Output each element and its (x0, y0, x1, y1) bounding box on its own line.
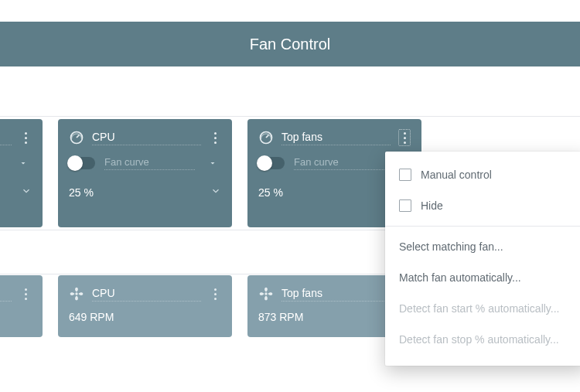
manual-toggle[interactable] (258, 157, 285, 169)
menu-item-match-auto[interactable]: Match fan automatically... (385, 262, 580, 293)
menu-item-detect-start: Detect fan start % automatically... (385, 293, 580, 324)
sensor-card-title[interactable]: CPU (92, 287, 201, 302)
control-card: orce (0, 119, 43, 227)
more-menu-button[interactable] (19, 129, 32, 146)
sensor-card-title[interactable]: e RT: (0, 287, 12, 302)
fan-icon (69, 286, 84, 302)
menu-item-label: Match fan automatically... (399, 271, 521, 284)
checkbox-icon[interactable] (399, 199, 411, 212)
control-card-title[interactable]: orce (0, 131, 12, 145)
more-menu-button[interactable] (209, 129, 221, 146)
menu-item-detect-stop: Detect fan stop % automatically... (385, 324, 580, 355)
svg-point-4 (75, 292, 77, 295)
more-menu-button[interactable] (398, 129, 411, 146)
dropdown-caret-icon[interactable] (15, 155, 32, 172)
sensor-card: CPU 649 RPM (58, 275, 232, 337)
menu-divider (385, 226, 580, 227)
app-header: Fan Control (0, 22, 580, 66)
menu-item-hide[interactable]: Hide (385, 190, 580, 221)
menu-item-select-fan[interactable]: Select matching fan... (385, 231, 580, 262)
context-menu: Manual control Hide Select matching fan.… (385, 152, 580, 366)
manual-toggle[interactable] (69, 157, 95, 169)
menu-item-label: Detect fan stop % automatically... (399, 333, 559, 346)
sensor-rpm: 649 RPM (69, 311, 221, 323)
chevron-down-icon[interactable] (21, 186, 32, 199)
sensor-card-title[interactable]: Top fans (281, 287, 391, 302)
chevron-down-icon[interactable] (210, 186, 221, 199)
menu-item-manual-control[interactable]: Manual control (385, 159, 580, 190)
more-menu-button[interactable] (19, 285, 32, 302)
fan-percent: 25 % (69, 186, 94, 199)
fan-percent: 25 % (258, 186, 283, 199)
control-card-title[interactable]: Top fans (281, 131, 391, 145)
gauge-icon (69, 130, 84, 145)
more-menu-button[interactable] (209, 285, 221, 302)
checkbox-icon[interactable] (399, 169, 411, 181)
menu-item-label: Select matching fan... (399, 240, 503, 253)
menu-item-label: Hide (421, 199, 443, 212)
dropdown-caret-icon[interactable] (204, 155, 221, 172)
fan-curve-dropdown[interactable]: Fan curve (294, 156, 384, 170)
fan-curve-dropdown[interactable]: Fan curve (104, 156, 195, 170)
control-card-title[interactable]: CPU (92, 131, 201, 145)
sensor-card: e RT: (0, 275, 43, 337)
fan-icon (258, 286, 274, 302)
menu-item-label: Manual control (421, 169, 492, 181)
gauge-icon (258, 130, 274, 145)
svg-point-5 (264, 292, 267, 295)
menu-item-label: Detect fan start % automatically... (399, 302, 560, 315)
control-card: CPU Fan curve 25 % (58, 119, 232, 227)
app-title: Fan Control (250, 36, 331, 53)
